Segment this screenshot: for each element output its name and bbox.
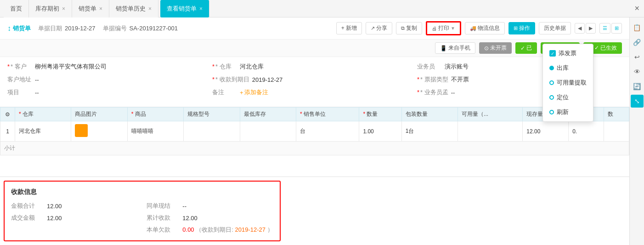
col-spec: 规格型号	[184, 108, 240, 121]
payment-info-title: 收款信息	[11, 188, 273, 196]
row-available	[458, 121, 523, 142]
customer-field: ** 客户 柳州粤港平安气体有限公司	[7, 63, 212, 71]
col-package-qty: 包装数量	[401, 108, 458, 121]
col-warehouse: * 仓库	[15, 108, 71, 121]
sidebar-expand-icon[interactable]: ⤡	[631, 95, 644, 108]
copy-button[interactable]: ⧉ 复制	[396, 22, 422, 34]
table-container: ⚙ * 仓库 商品图片 * 商品 规格型号 最低库存 * 销售单位 * 数量 包…	[0, 107, 629, 177]
outbound-radio	[549, 66, 554, 70]
form-row-3: 项目 -- 备注 + 添加备注 ** 业务员孟 --	[7, 88, 622, 97]
sidebar-link-icon[interactable]: 🔗	[631, 36, 644, 49]
row-unit: 台	[296, 121, 359, 142]
share-button[interactable]: ↗ 分享	[366, 22, 392, 34]
dropdown-refresh[interactable]: 刷新	[543, 105, 593, 120]
payment-date-field: ** 收款到期日 2019-12-27	[212, 75, 417, 84]
dropdown-outbound[interactable]: 出库	[543, 61, 593, 75]
tab-inventory-init[interactable]: 库存期初 ×	[29, 0, 72, 17]
row-unit-price: 0.	[569, 121, 604, 142]
sidebar-doc-icon[interactable]: 📋	[631, 21, 644, 34]
payment-info: 收款信息 金额合计 12.00 同单现结 -- 成交金额 12.00	[4, 181, 281, 241]
tab-sales-order[interactable]: 销货单 ×	[72, 0, 109, 17]
sales-order-icon: ↕	[7, 24, 11, 33]
view-toggle: ☰ ⊞	[599, 23, 622, 34]
prev-button[interactable]: ◀	[575, 23, 585, 34]
not-open-ticket-button[interactable]: ⊙ 未开票	[479, 42, 512, 54]
logistics-button[interactable]: 🚚 物流信息	[465, 22, 505, 34]
next-button[interactable]: ▶	[586, 23, 596, 34]
form-row-1: ** 客户 柳州粤港平安气体有限公司 ** 仓库 河北仓库 业务员 演示账号	[7, 63, 622, 71]
col-settings[interactable]: ⚙	[0, 108, 15, 121]
close-tab-inventory-init[interactable]: ×	[62, 6, 65, 12]
address-field: 客户地址 --	[7, 75, 212, 84]
check-icon: ✓	[520, 45, 525, 51]
logistics-icon: 🚚	[470, 25, 476, 31]
col-amount: 数	[604, 108, 629, 121]
col-quantity: * 数量	[359, 108, 401, 121]
doc-type-badge: ↕ 销货单	[7, 24, 31, 33]
this-order-row: 本单欠款 0.00 （收款到期日: 2019-12-27 ）	[147, 226, 273, 234]
row-index: 1	[0, 121, 15, 142]
form-row-2: 客户地址 -- ** 收款到期日 2019-12-27 ** 票据类型 不开票	[7, 75, 622, 84]
accumulated-row: 累计收款 12.00	[147, 214, 273, 222]
doc-header: ↕ 销货单 单据日期 2019-12-27 单据编号 SA-20191227-0…	[0, 17, 629, 40]
subtotal-row: 小计	[0, 142, 629, 155]
print-button[interactable]: 🖨 打印 ▼	[426, 21, 461, 35]
doc-meta: 单据日期 2019-12-27 单据编号 SA-20191227-001	[38, 24, 336, 33]
from-phone-button[interactable]: 📱 来自手机	[435, 42, 475, 54]
available-qty-radio	[549, 80, 554, 85]
copy-icon: ⧉	[401, 25, 405, 31]
row-product: 嘻嘻嘻嘻	[127, 121, 183, 142]
add-invoice-label: 添发票	[559, 49, 576, 57]
table-row: 1 河北仓库 嘻嘻嘻嘻 台 1.00 1台 12.00 0.	[0, 121, 629, 142]
print-dropdown-arrow[interactable]: ▼	[451, 26, 455, 31]
dropdown-add-invoice[interactable]: ✓ 添发票	[543, 46, 593, 61]
payment-grid: 金额合计 12.00 同单现结 -- 成交金额 12.00 累计收款 12.00	[11, 202, 273, 234]
this-order-value: 0.00	[182, 226, 194, 233]
project-field: 项目 --	[7, 88, 212, 97]
list-view-button[interactable]: ☰	[599, 23, 610, 34]
warehouse-field: ** 仓库 河北仓库	[212, 63, 417, 71]
tab-sales-history[interactable]: 销货单历史 ×	[109, 0, 158, 17]
sidebar-return-icon[interactable]: ↩	[631, 51, 644, 63]
doc-actions: + 新增 ↗ 分享 ⧉ 复制 🖨 打印 ▼ 🚚 物流信息	[336, 21, 622, 35]
operate-icon: ⊞	[514, 25, 518, 31]
transaction-row: 成交金额 12.00	[11, 214, 137, 222]
dropdown-locate[interactable]: 定位	[543, 90, 593, 105]
sidebar-view-icon[interactable]: 👁	[631, 65, 644, 78]
subtotal-label: 小计	[0, 142, 629, 155]
refresh-radio	[549, 110, 554, 114]
history-button[interactable]: 历史单据	[539, 22, 571, 34]
note-field: 备注 + 添加备注	[212, 88, 417, 97]
phone-icon: 📱	[440, 45, 447, 51]
same-order-row: 同单现结 --	[147, 202, 273, 210]
new-button[interactable]: + 新增	[336, 22, 362, 34]
add-note-button[interactable]: + 添加备注	[240, 88, 268, 97]
right-sidebar: 📋 🔗 ↩ 👁 🔄 ⤡	[629, 17, 644, 245]
close-tab-sales-history[interactable]: ×	[148, 6, 152, 12]
dropdown-available-qty[interactable]: 可用量提取	[543, 75, 593, 90]
product-table: ⚙ * 仓库 商品图片 * 商品 规格型号 最低库存 * 销售单位 * 数量 包…	[0, 107, 629, 155]
close-tab-sales-order[interactable]: ×	[99, 6, 102, 12]
due-date-hint: （收款到期日:	[196, 226, 235, 233]
doc-number-field: 单据编号 SA-20191227-001	[103, 24, 178, 33]
tab-home[interactable]: 首页	[4, 0, 29, 17]
outbound-label: 出库	[557, 64, 569, 72]
toolbar-row: 📱 来自手机 ⊙ 未开票 ✓ 已 ✓ ✓ 已核销 ✓ ✓ 已生效	[0, 40, 629, 57]
add-invoice-checkbox: ✓	[549, 50, 556, 57]
due-date-value: 2019-12-27	[235, 226, 266, 233]
form-area: ** 客户 柳州粤港平安气体有限公司 ** 仓库 河北仓库 业务员 演示账号 客…	[0, 57, 629, 107]
tab-bar: 首页 库存期初 × 销货单 × 销货单历史 × 查看销货单 × ×	[0, 0, 644, 17]
plus-icon: +	[240, 89, 243, 96]
col-image: 商品图片	[71, 108, 127, 121]
col-product: * 商品	[127, 108, 183, 121]
col-min-stock: 最低库存	[240, 108, 296, 121]
locate-label: 定位	[557, 93, 569, 102]
operate-button[interactable]: ⊞ 操作	[508, 22, 535, 34]
sidebar-refresh-icon[interactable]: 🔄	[631, 80, 644, 93]
close-window-button[interactable]: ×	[634, 4, 639, 13]
doc-date-field: 单据日期 2019-12-27	[38, 24, 96, 33]
close-tab-view-sales[interactable]: ×	[199, 6, 203, 12]
grid-view-button[interactable]: ⊞	[611, 23, 622, 34]
confirm-button[interactable]: ✓ 已	[515, 42, 537, 54]
tab-view-sales-order[interactable]: 查看销货单 ×	[160, 0, 209, 17]
